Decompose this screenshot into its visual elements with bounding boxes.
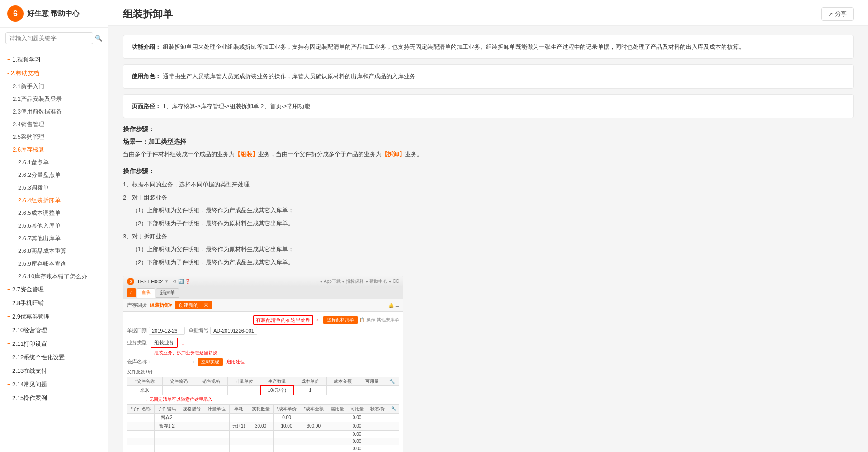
nav-subsection-dataprep[interactable]: 2.3使用前数据准备 [0,105,108,118]
mock-switch-annotation: 组装业务、拆卸业务在这里切换 [154,350,399,356]
mock-more-btns: 📋 操作 其他来库单 [359,317,399,323]
mock-th-3: 销售规格 [195,377,227,386]
nav-section-mobile[interactable]: + 2.8手机旺铺 [0,296,108,310]
nav-section-faq[interactable]: + 2.14常见问题 [0,378,108,391]
mock-upper-cell-amount [326,386,359,395]
mock-lth-7: *成本单价 [273,404,300,413]
mock-title: TEST-H002 [137,279,163,284]
mock-upper-cell-action [385,386,399,395]
expand-icon-2: + [7,286,10,293]
mock-upper-table: *父件名称 父件编码 销售规格 计量单位 生产数量 成本单价 成本金额 可用量 … [127,377,399,395]
nav-item-cost-adj[interactable]: 2.6.5成本调整单 [0,207,108,219]
nav-subsection-sales[interactable]: 2.4销售管理 [0,118,108,131]
mock-home-icon: ⌂ [127,288,136,297]
mock-confirm-btn[interactable]: 立即实现 [198,358,223,366]
expand-icon: + [7,57,10,63]
mock-form-row1: 单据日期 2019-12-26 单据编号 AD-20191226-001 [127,327,399,335]
nav-item-other-inbound[interactable]: 2.6.6其他入库单 [0,219,108,232]
mock-upper-cell-avail [359,386,385,395]
mock-tab-self[interactable]: 自售 [137,288,155,298]
nav-item-cost-recalc[interactable]: 2.6.8商品成本重算 [0,245,108,257]
nav-subsection-install[interactable]: 2.2产品安装及登录 [0,93,108,105]
nav-section-customize[interactable]: + 2.12系统个性化设置 [0,351,108,364]
nav-subsection-inventory[interactable]: 2.6库存核算 [0,143,108,156]
mock-lth-8: *成本金额 [300,404,327,413]
highlight-disassembly: 【拆卸】 [382,151,405,157]
step1: 1、根据不同的业务，选择不同单据的类型来处理 [123,179,854,190]
mock-annotation5: 无固定清单可以随意往这里录入 [149,396,212,403]
mock-lth-2: 子件编码 [154,404,179,413]
mock-form: 有装配清单的在这里处理 ← 选择配料清单 📋 操作 其他来库单 单据日期 201… [123,312,403,452]
main-content: 组装拆卸单 ↗ 分享 功能介绍： 组装拆卸单用来处理企业组装或拆卸等加工业务，支… [108,0,868,452]
arrow-icon-3: ↓ [145,397,147,402]
mock-annotation4: 启用处理 [226,359,245,365]
mock-create-btn[interactable]: 创建新的一天 [175,301,212,309]
mock-titlebar: 6 TEST-H002 ▾ ⚙ 🔄 ❓ ● App下载 ● 招标保释 ● 帮助中… [123,276,403,287]
search-input[interactable] [5,32,93,44]
logo-icon: 6 [7,5,24,22]
nav-section-print[interactable]: + 2.11打印设置 [0,337,108,351]
mock-lth-10: 可用量 [347,404,367,413]
nav-section-coupon[interactable]: + 2.9优惠券管理 [0,310,108,324]
mock-right-icons: 🔔 ☰ [388,303,399,308]
path-text: 1、库存核算->库存管理->组装拆卸单 2、首页->常用功能 [163,103,311,109]
path-label: 页面路径： [132,103,161,109]
mock-lth-5: 单耗 [229,404,248,413]
step3-2: （2）下部明细为子件明细，最终作为产成品生成其它入库单。 [132,257,854,268]
nav-item-ledger-fix[interactable]: 2.6.10库存账本错了怎么办 [0,270,108,283]
nav-item-other-outbound[interactable]: 2.6.7其他出库单 [0,232,108,245]
share-button[interactable]: ↗ 分享 [821,7,854,21]
role-label: 使用角色： [132,73,161,80]
search-button[interactable]: 🔍 [95,35,103,42]
nav-item-stocktake[interactable]: 2.6.1盘点单 [0,156,108,169]
role-text: 通常由生产人员或库管人员完成拆装业务的操作，库管人员确认原材料的出库和产成品的入… [163,73,415,80]
share-icon: ↗ [828,11,833,18]
mock-th-2: 父件编码 [162,377,195,386]
mock-lower-table: *子件名称 子件编码 规格型号 计量单位 单耗 实耗数量 *成本单价 *成本金额… [127,404,399,452]
expand-icon-10: + [7,395,10,401]
ops-steps-title: 操作步骤： [123,167,854,176]
nav-section-ops[interactable]: + 2.10经营管理 [0,324,108,337]
mock-th-5: 生产数量 [260,377,294,386]
mock-num-input[interactable]: AD-20191226-001 [210,327,257,335]
nav-section-cases[interactable]: + 2.15操作案例 [0,391,108,405]
nav-tree: + 1.视频学习 - 2.帮助文档 2.1新手入门 2.2产品安装及登录 2.3… [0,49,108,452]
mock-date-input[interactable]: 2019-12-26 [149,327,185,335]
path-block: 页面路径： 1、库存核算->库存管理->组装拆卸单 2、首页->常用功能 [123,94,854,118]
nav-section-docs[interactable]: - 2.帮助文档 [0,67,108,80]
mock-dropdown-arrow: ▾ [165,278,168,284]
step3-1: （1）上部明细为父件明细，最终作为原材料生成其它出库单； [132,244,854,255]
nav-item-fraction-stocktake[interactable]: 2.6.2分量盘点单 [0,169,108,181]
page-title: 组装拆卸单 [123,7,173,21]
mock-th-8: 可用量 [359,377,385,386]
nav-item-transfer[interactable]: 2.6.3调拨单 [0,181,108,194]
nav-subsection-purchase[interactable]: 2.5采购管理 [0,131,108,143]
mock-type-input[interactable]: 组装业务 [151,338,178,348]
step2-1: （1）上部明细为父件明细，最终作为产成品生成其它入库单； [132,205,854,216]
mock-th-7: 成本金额 [326,377,359,386]
mock-type-row: 业务类型 组装业务 ↓ [127,338,399,348]
scenario1-title: 场景一：加工类型选择 [123,138,854,146]
nav-section-finance[interactable]: + 2.7资金管理 [0,283,108,296]
mock-upper-cell-price: 1 [294,386,326,395]
arrow-icon-1: ← [315,316,321,324]
nav-section-payment[interactable]: + 2.13在线支付 [0,364,108,378]
sidebar: 6 好生意 帮助中心 🔍 + 1.视频学习 - 2.帮助文档 2.1新手入门 2… [0,0,108,452]
mock-upper-row-1: 米米 10(元/个) 1 [127,386,399,395]
mock-lower-row-4: 0.00 [127,438,399,445]
mock-field-date: 单据日期 2019-12-26 [127,327,185,335]
mock-toolbar-label1: 库存调拨 [127,302,147,309]
mock-select-bom-btn[interactable]: 选择配料清单 [323,316,358,324]
nav-subsection-newuser[interactable]: 2.1新手入门 [0,80,108,93]
annotation1: 有装配清单的在这里处理 [253,315,313,325]
mock-tab-new[interactable]: 新建单 [156,288,179,298]
mock-close-icon: ● App下载 ● 招标保释 ● 帮助中心 ● CC [320,278,399,285]
expand-icon-8: + [7,368,10,374]
mock-lower-row-3: 0.00 [127,430,399,438]
nav-item-assembly[interactable]: 2.6.4组装拆卸单 [0,194,108,207]
nav-item-stock-ledger[interactable]: 2.6.9库存账本查询 [0,257,108,270]
mock-warehouse-row: 仓库名称 立即实现 启用处理 [127,358,399,366]
mock-warehouse-input[interactable] [149,361,194,363]
nav-section-video[interactable]: + 1.视频学习 [0,53,108,67]
content-header: 组装拆卸单 ↗ 分享 [108,0,868,26]
